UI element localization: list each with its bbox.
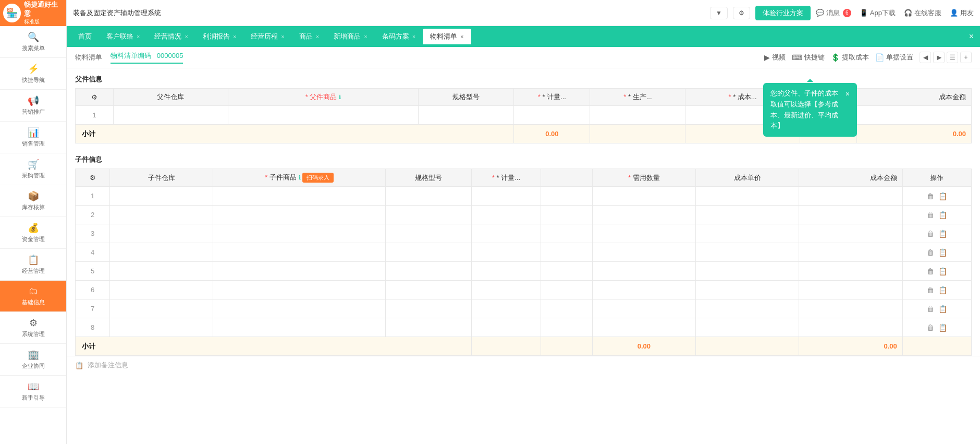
child-row-6-product[interactable] (213, 281, 386, 299)
child-row-3-amount[interactable] (799, 224, 902, 243)
parent-row-1-production[interactable] (590, 106, 685, 125)
copy-icon-8[interactable]: 📋 (938, 323, 947, 332)
sidebar-item-sales[interactable]: 📊销售管理 (0, 122, 66, 153)
child-row-7-unit[interactable] (472, 299, 541, 318)
child-row-2-qty[interactable] (592, 206, 695, 224)
tab-operation-status[interactable]: 经营情况× (147, 29, 195, 44)
copy-icon-1[interactable]: 📋 (938, 192, 947, 200)
copy-icon-7[interactable]: 📋 (938, 305, 947, 313)
tab-new-goods-close[interactable]: × (364, 33, 367, 40)
child-row-2-amount[interactable] (799, 206, 902, 224)
message-btn[interactable]: 💬 消息 6 (816, 8, 851, 18)
sidebar-item-finance[interactable]: 💰资金管理 (0, 217, 66, 249)
parent-row-1-warehouse[interactable] (114, 106, 228, 125)
child-row-8-warehouse[interactable] (110, 318, 213, 337)
tab-barcode-close[interactable]: × (412, 33, 415, 40)
delete-icon-7[interactable]: 🗑 (927, 305, 934, 313)
sidebar-item-inventory[interactable]: 📦库存核算 (0, 185, 66, 217)
delete-icon-5[interactable]: 🗑 (927, 267, 934, 275)
child-row-2-price[interactable] (696, 206, 799, 224)
view-btn[interactable]: ▶ 视频 (764, 53, 786, 62)
app-download-btn[interactable]: 📱 App下载 (860, 8, 896, 18)
child-row-7-warehouse[interactable] (110, 299, 213, 318)
tab-goods-close[interactable]: × (316, 33, 319, 40)
child-row-8-amount[interactable] (799, 318, 902, 337)
child-row-3-unit[interactable] (472, 224, 541, 243)
child-row-1-qty[interactable] (592, 187, 695, 206)
child-row-5-amount[interactable] (799, 262, 902, 281)
copy-icon-4[interactable]: 📋 (938, 248, 947, 257)
child-row-4-amount[interactable] (799, 243, 902, 262)
parent-col-settings[interactable]: ⚙ (76, 89, 114, 106)
sidebar-item-marketing[interactable]: 📢营销推广 (0, 90, 66, 122)
child-row-5-spec[interactable] (386, 262, 472, 281)
child-row-2-product[interactable] (213, 206, 386, 224)
experience-btn[interactable]: 体验行业方案 (755, 6, 811, 20)
parent-row-1-amount[interactable] (857, 106, 972, 125)
copy-icon-2[interactable]: 📋 (938, 211, 947, 219)
delete-icon-3[interactable]: 🗑 (927, 230, 934, 238)
cost-btn[interactable]: 💲 提取成本 (831, 53, 869, 62)
copy-icon-3[interactable]: 📋 (938, 230, 947, 238)
child-row-6-warehouse[interactable] (110, 281, 213, 299)
tab-new-goods[interactable]: 新增商品× (326, 29, 374, 44)
child-col-settings[interactable]: ⚙ (76, 169, 110, 187)
child-row-6-qty[interactable] (592, 281, 695, 299)
shortcut-btn[interactable]: ⌨ 快捷键 (792, 53, 825, 62)
child-row-7-qty[interactable] (592, 299, 695, 318)
child-row-3-price[interactable] (696, 224, 799, 243)
settings-doc-btn[interactable]: 📄 单据设置 (875, 53, 913, 62)
settings-btn[interactable]: ⚙ (733, 7, 750, 19)
prev-page-btn[interactable]: ◀ (920, 52, 931, 63)
delete-icon-1[interactable]: 🗑 (927, 192, 934, 200)
child-row-8-price[interactable] (696, 318, 799, 337)
child-row-2-unit[interactable] (472, 206, 541, 224)
notes-hint[interactable]: 添加备注信息 (88, 361, 128, 370)
child-row-7-spec[interactable] (386, 299, 472, 318)
child-row-2-warehouse[interactable] (110, 206, 213, 224)
child-row-7-price[interactable] (696, 299, 799, 318)
tab-operation-status-close[interactable]: × (185, 33, 188, 40)
tab-customers-close[interactable]: × (137, 33, 140, 40)
parent-row-1-spec[interactable] (419, 106, 514, 125)
child-row-1-unit[interactable] (472, 187, 541, 206)
child-row-5-product[interactable] (213, 262, 386, 281)
user-btn[interactable]: 👤 用友 (950, 8, 974, 18)
tab-material-list-close[interactable]: × (460, 33, 463, 40)
next-page-btn[interactable]: ▶ (933, 52, 945, 63)
sidebar-item-basic[interactable]: 🗂基础信息 (0, 281, 66, 312)
child-row-3-qty[interactable] (592, 224, 695, 243)
list-view-btn[interactable]: ☰ (947, 52, 958, 63)
child-row-5-warehouse[interactable] (110, 262, 213, 281)
child-row-1-spec[interactable] (386, 187, 472, 206)
parent-row-1-unit[interactable] (514, 106, 590, 125)
child-row-8-qty[interactable] (592, 318, 695, 337)
tab-profit-report-close[interactable]: × (233, 33, 236, 40)
child-row-3-warehouse[interactable] (110, 224, 213, 243)
child-row-1-warehouse[interactable] (110, 187, 213, 206)
sidebar-item-system[interactable]: ⚙系统管理 (0, 312, 66, 344)
child-row-4-unit[interactable] (472, 243, 541, 262)
parent-row-1-product[interactable] (228, 106, 419, 125)
sidebar-item-operation[interactable]: 📋经营管理 (0, 249, 66, 281)
child-row-8-product[interactable] (213, 318, 386, 337)
tab-profit-report[interactable]: 利润报告× (195, 29, 243, 44)
delete-icon-2[interactable]: 🗑 (927, 211, 934, 219)
child-row-4-warehouse[interactable] (110, 243, 213, 262)
tooltip-close-btn[interactable]: × (846, 88, 850, 100)
child-row-5-price[interactable] (696, 262, 799, 281)
child-row-6-amount[interactable] (799, 281, 902, 299)
child-row-4-spec[interactable] (386, 243, 472, 262)
child-row-1-price[interactable] (696, 187, 799, 206)
sidebar-item-quick-nav[interactable]: ⚡快捷导航 (0, 58, 66, 90)
child-row-7-amount[interactable] (799, 299, 902, 318)
child-row-4-product[interactable] (213, 243, 386, 262)
tab-goods[interactable]: 商品× (292, 29, 326, 44)
tab-operation-history[interactable]: 经营历程× (243, 29, 291, 44)
child-row-2-spec[interactable] (386, 206, 472, 224)
copy-icon-6[interactable]: 📋 (938, 286, 947, 294)
breadcrumb-material-list[interactable]: 物料清单 (75, 53, 102, 62)
tab-customers[interactable]: 客户联络× (99, 29, 147, 44)
child-row-3-product[interactable] (213, 224, 386, 243)
tab-operation-history-close[interactable]: × (281, 33, 284, 40)
